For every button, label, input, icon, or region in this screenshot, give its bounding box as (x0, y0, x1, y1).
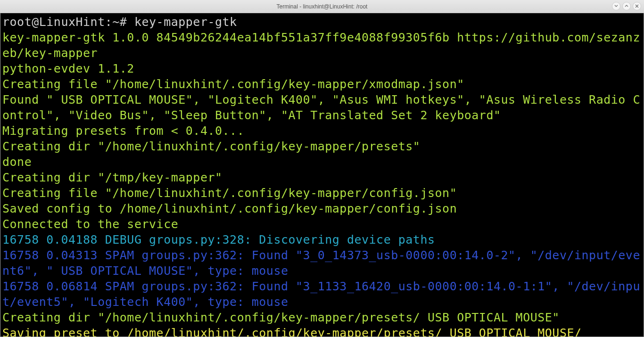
output-line: Creating dir "/home/linuxhint/.config/ke… (2, 311, 560, 324)
output-line: Saving preset to /home/linuxhint/.config… (2, 326, 582, 337)
maximize-button[interactable] (622, 2, 631, 10)
output-line: Saved config to /home/linuxhint/.config/… (2, 202, 457, 215)
output-line: Creating dir "/home/linuxhint/.config/ke… (2, 140, 420, 153)
spam-line: 16758 0.04313 SPAM groups.py:362: Found … (2, 248, 640, 278)
window-titlebar[interactable]: Terminal - linuxhint@LinuxHint: /root (0, 0, 644, 13)
prompt: root@LinuxHint:~# (2, 15, 134, 29)
chevron-up-icon (625, 4, 628, 8)
output-line: Found " USB OPTICAL MOUSE", "Logitech K4… (2, 93, 640, 122)
output-line: key-mapper-gtk 1.0.0 84549b26244ea14bf55… (2, 31, 640, 60)
output-line: python-evdev 1.1.2 (2, 62, 134, 75)
window-title: Terminal - linuxhint@LinuxHint: /root (277, 3, 368, 10)
output-line: Creating file "/home/linuxhint/.config/k… (2, 186, 457, 200)
spam-line: 16758 0.06814 SPAM groups.py:362: Found … (2, 279, 640, 309)
output-line: Migrating presets from < 0.4.0... (2, 124, 244, 138)
terminal-viewport[interactable]: root@LinuxHint:~# key-mapper-gtk key-map… (0, 13, 644, 337)
window-controls (612, 2, 641, 10)
close-icon (635, 4, 639, 8)
output-line: Creating dir "/tmp/key-mapper" (2, 171, 223, 184)
debug-line: 16758 0.04188 DEBUG groups.py:328: Disco… (2, 233, 435, 247)
command: key-mapper-gtk (134, 15, 237, 29)
terminal-window: Terminal - linuxhint@LinuxHint: /root ro… (0, 0, 644, 337)
output-line: Creating file "/home/linuxhint/.config/k… (2, 77, 464, 91)
close-button[interactable] (633, 2, 641, 10)
minimize-button[interactable] (612, 2, 620, 10)
output-line: Connected to the service (2, 217, 178, 231)
chevron-down-icon (614, 4, 618, 8)
output-line: done (2, 155, 32, 169)
